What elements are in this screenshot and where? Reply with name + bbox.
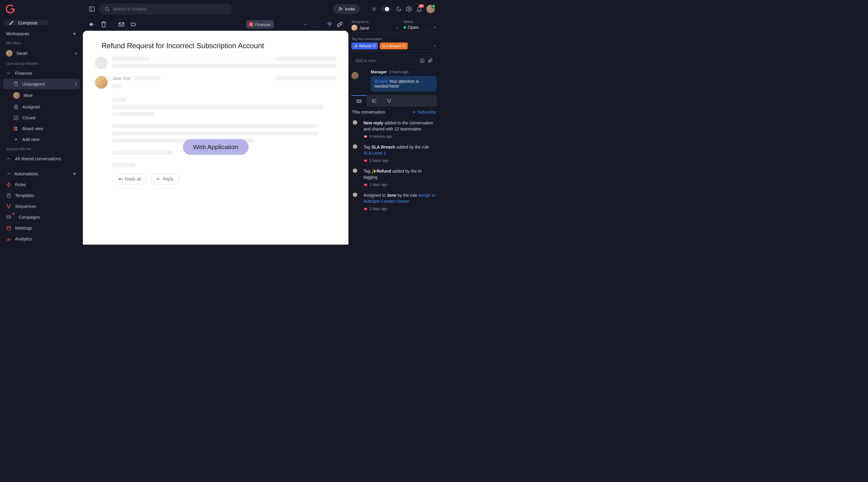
mention[interactable]: @Jane [374,79,388,84]
sidebar-item-allshared[interactable]: All shared conversations [3,154,80,164]
sidebar-item-board[interactable]: Board view [3,124,80,134]
sidebar-item-closed[interactable]: Closed [3,113,80,123]
inbox-chip[interactable]: Finances [246,20,274,29]
note-author: Manager [371,70,387,74]
chevron-down-icon [396,26,399,30]
tag-refund[interactable]: ✨Refundⓧ [351,42,378,50]
emoji-icon[interactable] [420,58,425,63]
contact-icon [371,98,377,104]
theme-toggle[interactable] [381,6,392,12]
svg-point-14 [16,106,17,107]
svg-point-7 [373,8,375,10]
attachment-icon[interactable] [427,58,433,63]
workspaces-header[interactable]: Workspaces [3,29,80,38]
svg-rect-60 [364,208,367,210]
avatar [351,25,358,31]
clipboard-icon [13,81,19,87]
sidebar-item-analytics[interactable]: Analytics [3,234,80,244]
reply-all-button[interactable]: Reply all [113,173,147,184]
svg-point-28 [7,204,8,205]
sidebar-item-campaigns[interactable]: Campaigns [3,212,80,222]
svg-point-46 [421,60,422,61]
subscribe-button[interactable]: Subscribe [412,110,436,115]
inbox-color-icon [249,22,253,27]
file-icon [6,193,11,198]
search-input-wrap[interactable] [99,4,232,14]
chevron-down-icon [6,70,11,76]
sidebar-item-assigned[interactable]: Assigned [3,102,80,112]
branch-icon [386,98,392,104]
plus-icon[interactable] [72,31,77,36]
back-icon[interactable] [88,21,95,28]
sidebar-item-finances[interactable]: Finances [3,68,80,78]
note-input-wrap[interactable] [351,55,437,67]
avatar [352,192,361,201]
pencil-icon [9,20,14,25]
mail-icon[interactable] [118,21,125,28]
shared-label: Shared with me [3,145,80,153]
svg-rect-38 [8,238,9,241]
operational-label: Operational inboxes [3,60,80,67]
tag-sla[interactable]: SLA Breachⓧ [380,42,408,50]
ai-icon[interactable] [326,21,333,28]
my-inbox-label: My Inbox [3,39,80,47]
gear-icon[interactable] [406,6,412,12]
invite-button[interactable]: Invite [333,4,360,14]
plus-icon[interactable] [72,171,77,176]
chevron-down-icon[interactable] [304,22,308,27]
svg-point-53 [389,102,390,103]
remove-tag-icon[interactable]: ⓧ [372,43,376,49]
svg-point-4 [339,7,341,9]
avatar [352,168,361,176]
svg-marker-43 [434,27,436,28]
notifications-button[interactable]: 68 [416,6,422,12]
user-avatar[interactable] [427,5,435,13]
chevron-up-icon [6,171,11,176]
reply-button[interactable]: Reply [150,173,179,184]
chevron-up-icon [6,156,11,161]
note-input[interactable] [355,58,417,63]
avatar [352,120,361,128]
tag-field[interactable]: ✨Refundⓧ SLA Breachⓧ [351,41,437,52]
tab-integrations[interactable] [381,95,397,107]
trash-icon[interactable] [100,21,107,28]
svg-point-47 [423,60,424,61]
notification-count: 68 [418,4,424,8]
search-input[interactable] [113,7,227,11]
svg-line-3 [108,10,109,11]
tab-mail[interactable] [351,95,367,107]
avatar [95,57,107,69]
svg-rect-39 [10,238,10,241]
reply-icon [156,176,161,181]
svg-rect-0 [90,7,95,11]
note-time: 2 hours ago [389,70,408,74]
sidebar-item-addview[interactable]: Add view [3,134,80,144]
app-logo[interactable] [5,4,15,14]
svg-rect-19 [16,129,17,130]
label-icon[interactable] [130,21,137,28]
svg-point-8 [408,8,410,10]
rule-link[interactable]: SLA Level 1 [364,151,386,155]
svg-marker-24 [7,183,10,187]
sidebar-item-sarah[interactable]: Sarah 4 [3,47,80,59]
compose-button[interactable]: Compose [4,20,49,25]
svg-marker-44 [434,45,436,47]
inbox-badge-icon [364,207,368,211]
tab-contact[interactable] [367,95,381,107]
svg-point-51 [387,99,388,100]
sidebar-item-sequences[interactable]: Sequences [3,201,80,212]
panel-toggle-icon[interactable] [89,6,95,12]
automations-header[interactable]: Automations [3,169,80,179]
link-icon[interactable] [336,21,343,28]
assigned-to-field[interactable]: Assigned to Jane [351,20,399,33]
status-field[interactable]: Status Open [404,20,437,33]
sidebar-item-rules[interactable]: Rules [3,180,80,190]
sidebar-item-unassigned[interactable]: Unassigned 2 [3,79,80,89]
sender-name: Jane Doe [113,76,130,81]
invite-label: Invite [345,7,355,11]
sidebar-item-templates[interactable]: Templates [3,190,80,201]
activity-header: This conversation [352,110,385,115]
sidebar-item-mine[interactable]: Mine [3,90,80,101]
remove-tag-icon[interactable]: ⓧ [402,43,406,49]
sidebar-item-meetings[interactable]: Meetings [3,223,80,233]
